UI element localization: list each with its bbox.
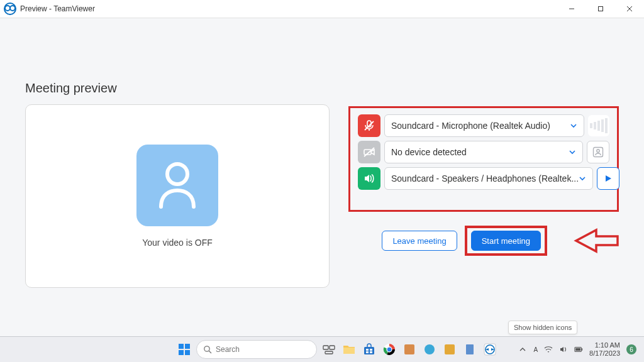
- start-button[interactable]: [176, 341, 192, 358]
- speaker-on-icon[interactable]: [358, 167, 380, 190]
- search-icon: [203, 345, 212, 354]
- taskbar-search-placeholder: Search: [216, 345, 240, 354]
- svg-line-17: [209, 351, 211, 353]
- svg-rect-14: [179, 350, 184, 355]
- svg-rect-37: [582, 348, 582, 351]
- taskbar-teamviewer-icon[interactable]: [482, 341, 498, 358]
- notification-badge[interactable]: 6: [626, 344, 636, 354]
- play-icon: [604, 175, 612, 182]
- video-preview-box: Your video is OFF: [25, 104, 330, 288]
- avatar-placeholder: [136, 145, 218, 226]
- taskbar-app-3[interactable]: [441, 341, 458, 358]
- svg-rect-19: [330, 346, 335, 349]
- svg-point-4: [167, 164, 187, 184]
- minimize-button[interactable]: [557, 0, 586, 18]
- svg-rect-22: [364, 347, 374, 354]
- wifi-icon[interactable]: [544, 345, 553, 354]
- microsoft-store-icon[interactable]: [361, 341, 377, 358]
- taskbar-app-1[interactable]: [401, 341, 418, 358]
- svg-rect-23: [366, 349, 369, 351]
- close-button[interactable]: [615, 0, 644, 18]
- chevron-down-icon: [570, 122, 577, 129]
- camera-row: No device detected: [358, 141, 609, 163]
- svg-rect-18: [323, 346, 328, 349]
- battery-icon[interactable]: [574, 345, 583, 354]
- camera-off-icon[interactable]: [358, 141, 380, 163]
- maximize-button[interactable]: [586, 0, 615, 18]
- svg-rect-26: [370, 351, 372, 353]
- device-settings-panel: Soundcard - Microphone (Realtek Audio) N…: [348, 106, 619, 212]
- person-icon: [153, 160, 201, 211]
- windows-taskbar: Search A 1:10 AM 8/17/2023 6: [0, 336, 644, 362]
- teamviewer-icon: [4, 3, 16, 15]
- file-explorer-icon[interactable]: [341, 341, 357, 358]
- chevron-down-icon: [579, 175, 586, 182]
- speaker-row: Soundcard - Speakers / Headphones (Realt…: [358, 167, 609, 190]
- start-meeting-button[interactable]: Start meeting: [471, 231, 541, 251]
- svg-rect-1: [599, 7, 603, 11]
- svg-rect-38: [575, 348, 580, 351]
- svg-rect-15: [185, 350, 190, 355]
- mic-level-meter: [588, 115, 609, 136]
- chevron-down-icon: [569, 148, 576, 156]
- microphone-select-label: Soundcard - Microphone (Realtek Audio): [391, 121, 550, 131]
- language-indicator[interactable]: A: [533, 346, 538, 353]
- microphone-row: Soundcard - Microphone (Realtek Audio): [358, 114, 609, 137]
- leave-meeting-button[interactable]: Leave meeting: [382, 231, 457, 251]
- clock-time: 1:10 AM: [589, 341, 620, 349]
- microphone-select[interactable]: Soundcard - Microphone (Realtek Audio): [384, 114, 584, 137]
- svg-point-11: [597, 150, 599, 152]
- start-meeting-annotation: Start meeting: [465, 226, 547, 256]
- svg-rect-25: [366, 351, 369, 353]
- window-titlebar: Preview - TeamViewer: [0, 0, 644, 18]
- mic-muted-icon[interactable]: [358, 114, 380, 137]
- svg-point-31: [425, 344, 435, 354]
- speaker-select[interactable]: Soundcard - Speakers / Headphones (Realt…: [384, 167, 593, 190]
- video-status-label: Your video is OFF: [142, 238, 213, 248]
- task-view-button[interactable]: [321, 341, 337, 358]
- svg-rect-24: [370, 349, 372, 351]
- svg-rect-32: [445, 344, 455, 354]
- svg-rect-30: [404, 344, 414, 354]
- system-tray: A 1:10 AM 8/17/2023 6: [518, 341, 644, 357]
- window-controls: [557, 0, 644, 18]
- tray-chevron-up-icon[interactable]: [518, 345, 527, 354]
- svg-rect-33: [466, 344, 474, 354]
- tray-tooltip: Show hidden icons: [508, 321, 577, 334]
- clock-date: 8/17/2023: [589, 349, 620, 358]
- svg-rect-13: [185, 344, 190, 349]
- camera-select[interactable]: No device detected: [384, 141, 583, 163]
- test-speaker-button[interactable]: [597, 167, 619, 190]
- taskbar-search[interactable]: Search: [196, 340, 317, 359]
- arrow-annotation: [574, 228, 619, 254]
- taskbar-clock[interactable]: 1:10 AM 8/17/2023: [589, 341, 620, 357]
- svg-line-9: [364, 148, 374, 156]
- chrome-icon[interactable]: [381, 341, 397, 358]
- speaker-select-label: Soundcard - Speakers / Headphones (Realt…: [391, 173, 579, 184]
- taskbar-app-4[interactable]: [462, 341, 478, 358]
- meeting-actions: Leave meeting Start meeting: [348, 226, 619, 256]
- svg-point-16: [204, 346, 209, 351]
- taskbar-app-2[interactable]: [421, 341, 438, 358]
- svg-rect-21: [343, 348, 355, 354]
- svg-rect-20: [325, 351, 333, 354]
- camera-select-label: No device detected: [391, 147, 467, 157]
- svg-rect-12: [179, 344, 184, 349]
- volume-icon[interactable]: [559, 345, 568, 354]
- virtual-background-button[interactable]: [587, 141, 609, 163]
- page-title: Meeting preview: [25, 81, 330, 96]
- window-title: Preview - TeamViewer: [20, 4, 95, 13]
